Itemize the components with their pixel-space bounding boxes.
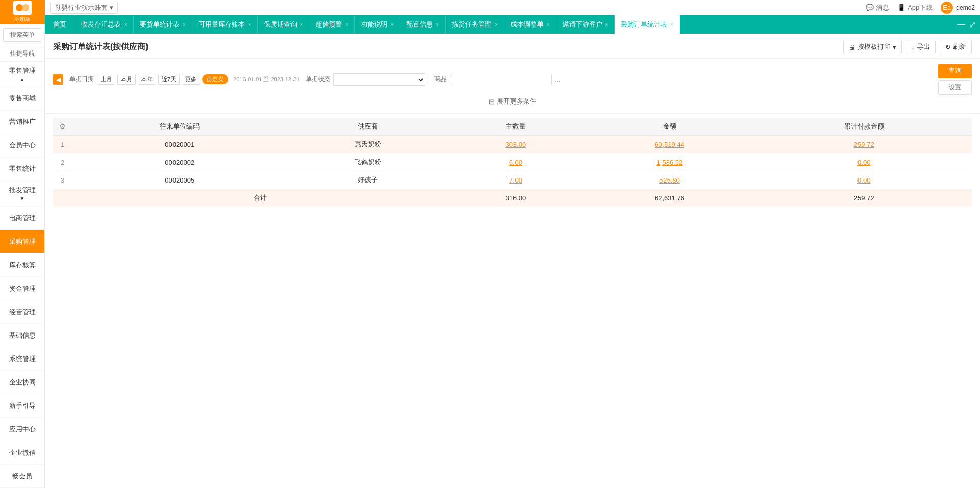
- print-icon: 🖨: [849, 43, 855, 51]
- sidebar-item-enterprise-wx[interactable]: 企业微信: [0, 441, 44, 465]
- sidebar-item-wholesale-mgmt[interactable]: 批发管理 ▼: [0, 181, 44, 207]
- tab-function-desc-close[interactable]: ×: [390, 22, 394, 28]
- tab-picking-task[interactable]: 拣货任务管理 ×: [446, 15, 504, 34]
- row-1-cumulative-payment: 259.72: [756, 136, 972, 153]
- sidebar-item-app-center[interactable]: 应用中心: [0, 418, 44, 441]
- tab-overstock-alert[interactable]: 超储预警 ×: [309, 15, 355, 34]
- tab-home[interactable]: 首页: [45, 15, 75, 34]
- tab-purchase-order-summary-label: 采购订单统计表: [621, 20, 667, 29]
- sidebar-item-retail-mall-label: 零售商城: [9, 94, 36, 103]
- row-1-main-qty-link[interactable]: 303.00: [505, 141, 526, 148]
- tab-invite-downstream-close[interactable]: ×: [605, 22, 608, 28]
- sidebar-item-ecommerce[interactable]: 电商管理: [0, 207, 44, 230]
- date-btn-this-year[interactable]: 本年: [138, 74, 156, 85]
- status-select[interactable]: [333, 73, 425, 86]
- sidebar-item-new-guide-label: 新手引导: [9, 401, 36, 410]
- sidebar-item-purchase-mgmt[interactable]: 采购管理: [0, 230, 44, 253]
- quick-nav-label[interactable]: 快捷导航: [0, 46, 44, 62]
- tab-cost-adjust[interactable]: 成本调整单 ×: [504, 15, 556, 34]
- sidebar-item-retail-stats[interactable]: 零售统计: [0, 158, 44, 181]
- row-2-main-qty-link[interactable]: 6.00: [509, 159, 522, 166]
- sidebar-item-operations[interactable]: 经营管理: [0, 300, 44, 324]
- row-3-index: 3: [53, 171, 72, 189]
- refresh-icon: ↻: [945, 43, 951, 51]
- tab-picking-task-close[interactable]: ×: [495, 22, 498, 28]
- sidebar-item-system-mgmt[interactable]: 系统管理: [0, 347, 44, 371]
- app-download-btn[interactable]: 📱 App下载: [897, 3, 933, 12]
- print-button[interactable]: 🖨 按模板打印 ▾: [843, 40, 902, 54]
- maximize-icon[interactable]: ⤢: [969, 20, 976, 30]
- sidebar-item-inventory[interactable]: 库存核算: [0, 253, 44, 277]
- tab-expiry-query[interactable]: 保质期查询 ×: [258, 15, 310, 34]
- goods-input[interactable]: [450, 74, 552, 85]
- sidebar-item-marketing-label: 营销推广: [9, 117, 36, 126]
- search-menu-button[interactable]: 搜索英单: [3, 28, 41, 42]
- sidebar-item-member[interactable]: 会员中心: [0, 134, 44, 158]
- dropdown-chevron-icon: ▾: [110, 4, 113, 11]
- tab-config-info-close[interactable]: ×: [436, 22, 439, 28]
- date-range-display: 2016-01-01 至 2023-12-31: [233, 75, 300, 83]
- date-btn-custom[interactable]: 自定义: [202, 74, 228, 84]
- date-btn-this-month[interactable]: 本月: [117, 74, 136, 85]
- goods-more-btn[interactable]: …: [555, 76, 561, 83]
- sidebar-item-retail-mgmt[interactable]: 零售管理 ▲: [0, 62, 44, 87]
- row-1-cumulative-payment-link[interactable]: 259.72: [854, 141, 874, 148]
- tab-collection-summary[interactable]: 收发存汇总表 ×: [75, 15, 134, 34]
- date-btn-more[interactable]: 更多: [182, 74, 200, 85]
- tab-function-desc-label: 功能说明: [361, 20, 387, 29]
- page-title: 采购订单统计表(按供应商): [53, 42, 149, 53]
- refresh-button[interactable]: ↻ 刷新: [940, 40, 972, 54]
- tab-overstock-alert-close[interactable]: ×: [345, 22, 348, 28]
- column-settings-icon[interactable]: ⚙: [59, 122, 66, 131]
- sidebar-item-enterprise[interactable]: 企业协同: [0, 371, 44, 394]
- row-3-main-qty-link[interactable]: 7.00: [509, 176, 522, 184]
- sidebar-logo[interactable]: 标题版: [0, 0, 45, 24]
- tab-cost-adjust-close[interactable]: ×: [547, 22, 550, 28]
- row-1-amount-link[interactable]: 60,519.44: [655, 141, 684, 148]
- row-1-main-qty: 303.00: [448, 136, 583, 153]
- sidebar-item-changhui[interactable]: 畅会员: [0, 465, 44, 488]
- footer-amount: 62,631.76: [583, 189, 756, 207]
- tab-function-desc[interactable]: 功能说明 ×: [355, 15, 400, 34]
- tab-purchase-order-summary-close[interactable]: ×: [670, 22, 673, 28]
- user-profile[interactable]: Ea demo2: [941, 2, 975, 14]
- message-btn[interactable]: 💬 消息: [866, 3, 889, 12]
- sidebar-item-new-guide[interactable]: 新手引导: [0, 394, 44, 418]
- tab-available-inventory-close[interactable]: ×: [248, 22, 251, 28]
- row-3-amount-link[interactable]: 525.80: [659, 176, 680, 184]
- tab-expiry-query-close[interactable]: ×: [300, 22, 303, 28]
- tab-collection-summary-close[interactable]: ×: [124, 22, 127, 28]
- date-btn-last-month[interactable]: 上月: [97, 74, 115, 85]
- goods-filter: 商品 …: [434, 74, 561, 85]
- sidebar-item-finance[interactable]: 资金管理: [0, 277, 44, 300]
- date-btn-7days[interactable]: 近7天: [158, 74, 180, 85]
- footer-empty-1: [53, 189, 72, 207]
- search-button[interactable]: 查询: [938, 64, 972, 78]
- account-dropdown[interactable]: 母婴行业演示账套 ▾: [50, 2, 118, 14]
- minimize-icon[interactable]: —: [957, 20, 965, 29]
- tab-overstock-alert-label: 超储预警: [315, 20, 342, 29]
- row-3-cumulative-payment-link[interactable]: 0.00: [857, 176, 870, 184]
- sidebar-item-marketing[interactable]: 营销推广: [0, 111, 44, 134]
- tab-requisition-summary[interactable]: 要货单统计表 ×: [134, 15, 192, 34]
- tab-available-inventory[interactable]: 可用量库存账本 ×: [192, 15, 258, 34]
- tabbar-actions: — ⤢: [953, 15, 980, 34]
- settings-button[interactable]: 设置: [938, 80, 972, 95]
- tab-available-inventory-label: 可用量库存账本: [199, 20, 245, 29]
- tab-config-info[interactable]: 配置信息 ×: [400, 15, 446, 34]
- logo-icon: [13, 1, 32, 15]
- table-header-row: ⚙ 往来单位编码 供应商 主数量 金额: [53, 118, 972, 136]
- chevron-down-icon: ▲: [20, 76, 25, 82]
- expand-filter-btn[interactable]: ⊞ 展开更多条件: [489, 97, 536, 106]
- export-button[interactable]: ↓ 导出: [906, 40, 936, 54]
- tab-invite-downstream[interactable]: 邀请下游客户 ×: [556, 15, 615, 34]
- tab-purchase-order-summary[interactable]: 采购订单统计表 ×: [615, 15, 680, 34]
- row-2-cumulative-payment-link[interactable]: 0.00: [857, 159, 870, 166]
- filter-toggle-btn[interactable]: ◀: [53, 74, 63, 85]
- sidebar-item-basic-info[interactable]: 基础信息: [0, 324, 44, 347]
- sidebar-item-retail-mall[interactable]: 零售商城: [0, 87, 44, 111]
- row-2-amount-link[interactable]: 1,586.52: [657, 159, 683, 166]
- logo-text: 标题版: [15, 16, 30, 23]
- tab-requisition-summary-close[interactable]: ×: [183, 22, 186, 28]
- tab-cost-adjust-label: 成本调整单: [510, 20, 544, 29]
